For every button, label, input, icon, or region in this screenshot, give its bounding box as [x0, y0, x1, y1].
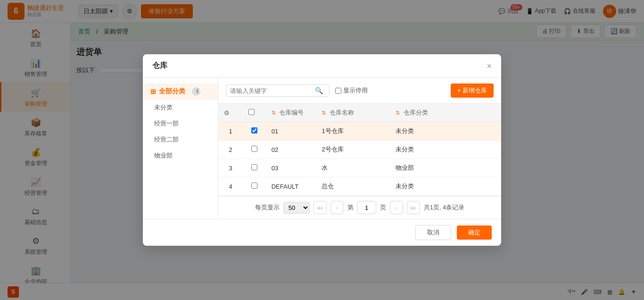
table-row[interactable]: 4 DEFAULT 总仓 未分类: [218, 177, 501, 196]
sort-icon-cat: ⇅: [396, 110, 400, 116]
row-action: [464, 177, 501, 196]
confirm-button[interactable]: 确定: [457, 225, 492, 240]
th-checkbox: [243, 104, 265, 122]
row-num: 1: [218, 122, 243, 141]
search-input[interactable]: [230, 87, 315, 94]
show-disabled-checkbox[interactable]: [335, 88, 341, 94]
row-action: ···: [464, 122, 501, 141]
category-item-property[interactable]: 物业部: [143, 148, 218, 164]
table-row[interactable]: 2 02 2号仓库 未分类: [218, 141, 501, 159]
row-code: 03: [266, 159, 316, 177]
table-row[interactable]: 1 01 1号仓库 未分类 ···: [218, 122, 501, 141]
add-warehouse-button[interactable]: + 新增仓库: [451, 83, 494, 98]
row-name: 水: [316, 159, 390, 177]
table-row[interactable]: 3 03 水 物业部: [218, 159, 501, 177]
category-item-dept2[interactable]: 经营二部: [143, 132, 218, 148]
category-item-dept1[interactable]: 经营一部: [143, 116, 218, 132]
row-num: 3: [218, 159, 243, 177]
row-num: 2: [218, 141, 243, 159]
row-action: [464, 141, 501, 159]
modal-close-button[interactable]: ×: [487, 62, 492, 70]
sort-icon: ⇅: [272, 110, 276, 116]
pagination-bar: 每页显示 50 20 100 ⏮ ‹ 第 页 › ⏭ 共1页, 4条记录: [218, 196, 501, 219]
modal-footer: 取消 确定: [143, 219, 501, 246]
category-all-item[interactable]: ⊞ 全部分类 《: [143, 83, 218, 100]
warehouse-table: ⚙ ⇅ 仓库编号 ⇅: [218, 104, 501, 196]
modal-header: 仓库 ×: [143, 54, 501, 78]
row-category: 未分类: [390, 122, 464, 141]
right-toolbar: 🔍 显示停用 + 新增仓库: [218, 78, 501, 104]
row-num: 4: [218, 177, 243, 196]
modal-body: ⊞ 全部分类 《 未分类 经营一部 经营二部 物业部 🔍: [143, 78, 501, 219]
category-panel: ⊞ 全部分类 《 未分类 经营一部 经营二部 物业部: [143, 78, 218, 219]
more-icon[interactable]: ···: [470, 128, 475, 135]
search-icon[interactable]: 🔍: [315, 87, 323, 94]
row-category: 物业部: [390, 159, 464, 177]
page-input[interactable]: [357, 201, 376, 214]
next-page-button[interactable]: ›: [390, 201, 403, 214]
row-checkbox[interactable]: [243, 159, 265, 177]
grid-icon: ⊞: [150, 88, 156, 95]
row-name: 2号仓库: [316, 141, 390, 159]
row-category: 未分类: [390, 141, 464, 159]
modal-title: 仓库: [152, 61, 167, 71]
show-disabled-checkbox-label[interactable]: 显示停用: [335, 86, 368, 95]
row-code: 01: [266, 122, 316, 141]
cancel-button[interactable]: 取消: [415, 225, 451, 240]
th-name[interactable]: ⇅ 仓库名称: [316, 104, 390, 122]
row-checkbox[interactable]: [243, 177, 265, 196]
th-code[interactable]: ⇅ 仓库编号: [266, 104, 316, 122]
select-all-checkbox[interactable]: [248, 109, 255, 115]
th-category[interactable]: ⇅ 仓库分类: [390, 104, 464, 122]
search-input-wrap[interactable]: 🔍: [226, 84, 330, 97]
collapse-button[interactable]: 《: [192, 87, 200, 96]
row-name: 总仓: [316, 177, 390, 196]
row-code: 02: [266, 141, 316, 159]
prev-page-button[interactable]: ‹: [330, 201, 344, 214]
table-header-row: ⚙ ⇅ 仓库编号 ⇅: [218, 104, 501, 122]
first-page-button[interactable]: ⏮: [314, 201, 327, 214]
page-suffix: 页: [380, 203, 386, 212]
row-code: DEFAULT: [266, 177, 316, 196]
per-page-label: 每页显示: [255, 203, 280, 212]
row-category: 未分类: [390, 177, 464, 196]
sort-icon-name: ⇅: [322, 110, 326, 116]
right-panel: 🔍 显示停用 + 新增仓库 ⚙: [218, 78, 501, 219]
row-name: 1号仓库: [316, 122, 390, 141]
page-size-select[interactable]: 50 20 100: [283, 202, 310, 214]
th-settings[interactable]: ⚙: [218, 104, 243, 122]
page-label: 第: [347, 203, 354, 212]
row-checkbox[interactable]: [243, 141, 265, 159]
last-page-button[interactable]: ⏭: [407, 201, 420, 214]
warehouse-modal: 仓库 × ⊞ 全部分类 《 未分类 经营一部 经营二部 物业部: [143, 54, 501, 246]
total-info: 共1页, 4条记录: [424, 203, 465, 212]
row-action: [464, 159, 501, 177]
category-item-unclassified[interactable]: 未分类: [143, 100, 218, 116]
row-checkbox[interactable]: [243, 122, 265, 141]
modal-overlay: 仓库 × ⊞ 全部分类 《 未分类 经营一部 经营二部 物业部: [0, 0, 644, 300]
th-action: [464, 104, 501, 122]
